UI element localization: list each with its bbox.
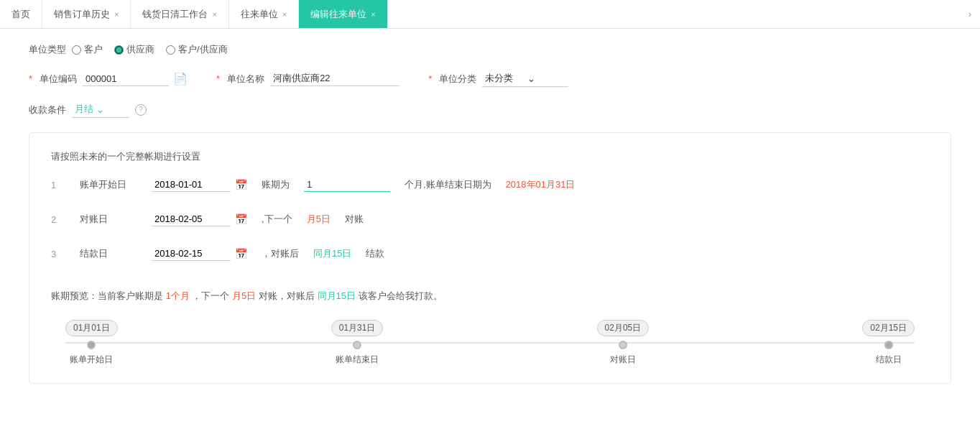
radio-supplier-input[interactable] [114,45,124,55]
unit-code-label: 单位编码 [40,73,77,86]
tab-home-label: 首页 [11,8,30,21]
step-3-cal-icon[interactable]: 📅 [235,248,247,259]
unit-category-value: 未分类 [485,72,523,85]
main-content: 单位类型 客户 供应商 客户/供应商 * 单位编码 [0,29,980,437]
tab-cash-work-close[interactable]: × [212,10,216,19]
timeline-node-4-label: 结款日 [876,354,902,366]
step-3-suffix-post: 结款 [366,247,384,260]
tab-sales-order-history-close[interactable]: × [114,10,119,19]
help-icon[interactable]: ? [135,104,147,116]
section-title: 请按照未来的一个完整帐期进行设置 [51,150,929,163]
tab-cash-work-label: 钱货日清工作台 [142,8,208,21]
radio-both-label: 客户/供应商 [178,43,228,56]
payment-terms-dropdown[interactable]: 月结 ⌄ [72,101,129,118]
timeline-node-2: 01月31日 账单结束日 [331,320,384,366]
unit-info-row: * 单位编码 📄 * 单位名称 * 单位分类 未分类 ⌄ [29,70,951,87]
tab-counterparty[interactable]: 往来单位 × [229,0,299,28]
payment-terms-value: 月结 [75,103,93,116]
payment-terms-row: 收款条件 月结 ⌄ ? [29,101,951,118]
step-1-row: 1 账单开始日 📅 账期为 个月,账单结束日期为 2018年01月31日 [51,178,929,192]
timeline-node-1-label: 账单开始日 [70,354,113,366]
step-1-label: 账单开始日 [80,178,137,191]
step-3-label: 结款日 [80,247,137,260]
step-1-date-field[interactable] [152,178,231,192]
step-2-date-input: 📅 [152,212,247,226]
tab-counterparty-label: 往来单位 [241,8,278,21]
timeline-node-2-dot [353,341,361,349]
unit-type-radio-group: 客户 供应商 客户/供应商 [72,43,228,56]
unit-code-required: * [29,73,32,84]
step-1-date-input: 📅 [152,178,247,192]
timeline-node-4: 02月15日 结款日 [862,320,915,366]
unit-type-row: 单位类型 客户 供应商 客户/供应商 [29,43,951,56]
preview-p4: 对账，对账后 [259,290,315,301]
radio-both-input[interactable] [166,45,175,55]
category-chevron-icon: ⌄ [527,73,565,84]
unit-name-field: * 单位名称 [216,72,399,86]
unit-category-label: 单位分类 [439,73,476,86]
unit-name-required: * [216,73,220,84]
tab-sales-order-history[interactable]: 销售订单历史 × [42,0,131,28]
step-1-period-field[interactable] [304,178,390,192]
payment-terms-chevron-icon: ⌄ [96,104,104,115]
tab-edit-counterparty-close[interactable]: × [371,10,375,19]
unit-category-required: * [428,73,432,84]
unit-type-label: 单位类型 [29,43,66,56]
radio-customer-label: 客户 [84,43,103,56]
tab-more-button[interactable]: › [960,9,980,19]
radio-customer[interactable]: 客户 [72,43,103,56]
unit-name-input[interactable] [270,72,399,86]
timeline-node-4-dot [884,341,893,349]
step-2-label: 对账日 [80,213,137,226]
preview-bar: 账期预览：当前客户账期是 1个月 ，下一个 月5日 对账，对账后 同月15日 该… [51,281,929,303]
timeline-wrapper: 01月01日 账单开始日 01月31日 账单结束日 02月05日 对账日 [51,320,929,366]
tab-edit-counterparty-label: 编辑往来单位 [310,8,366,21]
preview-p6: 该客户会给我打款。 [359,290,443,301]
tab-counterparty-close[interactable]: × [282,10,287,19]
doc-icon[interactable]: 📄 [173,72,188,86]
section-card: 请按照未来的一个完整帐期进行设置 1 账单开始日 📅 账期为 个月,账单结束日期… [29,132,951,384]
timeline-node-3-dot [619,341,627,349]
unit-category-dropdown[interactable]: 未分类 ⌄ [482,70,568,87]
unit-code-input-wrapper: 📄 [83,72,188,86]
timeline-node-3-date: 02月05日 [597,320,650,336]
step-3-date-input: 📅 [152,247,247,261]
tab-edit-counterparty[interactable]: 编辑往来单位 × [299,0,387,28]
payment-terms-label: 收款条件 [29,104,66,116]
tabs-bar: 首页 销售订单历史 × 钱货日清工作台 × 往来单位 × 编辑往来单位 × › [0,0,980,29]
step-2-suffix-pre: ,下一个 [262,213,292,226]
preview-p2: ，下一个 [192,290,229,301]
unit-code-input[interactable] [83,72,169,86]
timeline-nodes: 01月01日 账单开始日 01月31日 账单结束日 02月05日 对账日 [65,320,915,366]
step-3-num: 3 [51,249,65,259]
step-1-period-end-date: 2018年01月31日 [506,178,575,191]
step-2-suffix-post: 对账 [345,213,364,226]
unit-type-field: 单位类型 客户 供应商 客户/供应商 [29,43,228,56]
preview-p3: 月5日 [232,290,256,301]
step-3-date-field[interactable] [152,247,231,261]
timeline-node-1-date: 01月01日 [65,320,118,336]
preview-p5: 同月15日 [318,290,356,301]
radio-both[interactable]: 客户/供应商 [166,43,228,56]
tab-sales-order-history-label: 销售订单历史 [54,8,110,21]
step-2-cal-icon[interactable]: 📅 [235,213,247,225]
tab-home[interactable]: 首页 [0,0,42,28]
timeline-node-1: 01月01日 账单开始日 [65,320,118,366]
payment-terms-field: 收款条件 月结 ⌄ ? [29,101,147,118]
step-3-suffix-pre: ，对账后 [262,247,299,260]
step-3-suffix-highlight: 同月15日 [313,247,351,260]
radio-supplier[interactable]: 供应商 [114,43,154,56]
step-1-num: 1 [51,180,65,190]
preview-p1: 1个月 [166,290,190,301]
radio-customer-input[interactable] [72,45,81,55]
step-1-period-input [304,178,390,192]
unit-name-label: 单位名称 [227,73,264,86]
timeline-node-1-dot [87,341,96,349]
step-1-cal-icon[interactable]: 📅 [235,179,247,190]
unit-category-field: * 单位分类 未分类 ⌄ [428,70,568,87]
tab-cash-work[interactable]: 钱货日清工作台 × [131,0,228,28]
step-2-row: 2 对账日 📅 ,下一个 月5日 对账 [51,212,929,226]
step-3-row: 3 结款日 📅 ，对账后 同月15日 结款 [51,247,929,261]
step-1-period-suffix: 个月,账单结束日期为 [405,178,491,191]
step-2-date-field[interactable] [152,212,231,226]
